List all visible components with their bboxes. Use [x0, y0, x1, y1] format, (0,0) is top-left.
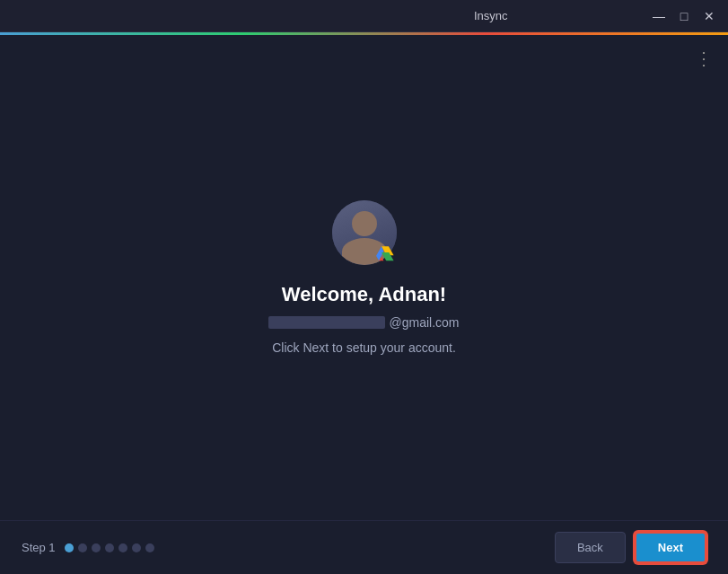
email-row: @gmail.com	[268, 315, 459, 330]
main-content: ⋮ Welcome, Adnan! @gmail.com Click Next …	[0, 35, 728, 520]
drive-badge	[375, 243, 395, 263]
step-dots	[65, 543, 154, 552]
email-redacted	[268, 316, 385, 329]
window-controls: — □ ✕	[651, 8, 717, 24]
next-button[interactable]: Next	[635, 532, 706, 563]
back-button[interactable]: Back	[555, 532, 626, 563]
maximize-button[interactable]: □	[676, 8, 692, 24]
dot-6	[132, 543, 141, 552]
step-info: Step 1	[22, 541, 154, 554]
google-drive-icon	[375, 243, 395, 263]
welcome-title: Welcome, Adnan!	[282, 283, 446, 306]
app-title: Insync	[331, 9, 652, 22]
dot-3	[92, 543, 101, 552]
email-suffix: @gmail.com	[389, 315, 459, 330]
more-options-button[interactable]: ⋮	[695, 49, 714, 67]
bottom-buttons: Back Next	[555, 532, 706, 563]
step-label: Step 1	[22, 541, 56, 554]
minimize-button[interactable]: —	[651, 8, 667, 24]
close-button[interactable]: ✕	[701, 8, 717, 24]
title-bar: Insync — □ ✕	[0, 0, 728, 32]
dot-7	[145, 543, 154, 552]
dot-4	[105, 543, 114, 552]
avatar-container	[332, 200, 397, 265]
dot-2	[78, 543, 87, 552]
dot-5	[118, 543, 127, 552]
setup-hint: Click Next to setup your account.	[272, 340, 456, 355]
dot-1	[65, 543, 74, 552]
bottom-bar: Step 1 Back Next	[0, 520, 728, 574]
